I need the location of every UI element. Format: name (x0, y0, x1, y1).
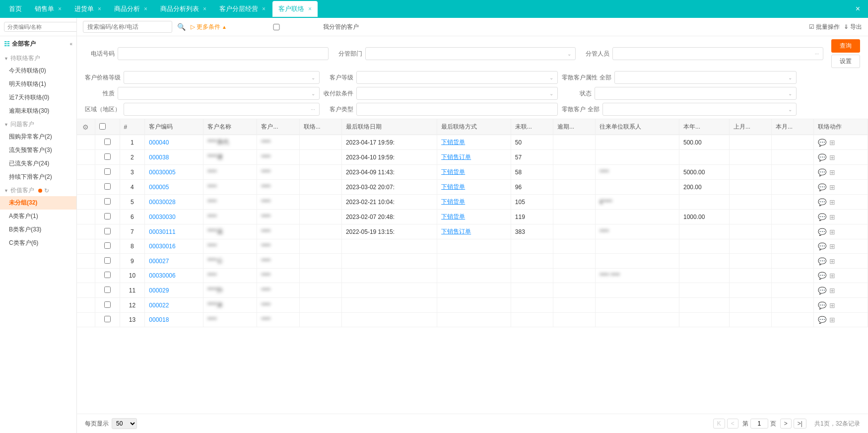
page-input[interactable] (750, 419, 768, 429)
message-icon[interactable]: 💬 (818, 198, 826, 206)
col-last-method-header[interactable]: 最后联络方式 (437, 119, 511, 135)
row-checkbox[interactable] (104, 257, 111, 264)
tab-close-icon[interactable]: × (262, 5, 266, 12)
row-code[interactable]: 000022 (145, 298, 203, 313)
filter-region-select[interactable]: ··· (124, 103, 320, 116)
grid-icon[interactable]: ⊞ (829, 153, 835, 161)
sidebar-item[interactable]: B类客户(33) (0, 223, 76, 236)
filter-price-level-select[interactable]: ⌄ (124, 71, 320, 84)
first-page-button[interactable]: K (713, 419, 725, 429)
row-code[interactable]: 000040 (145, 135, 203, 150)
sidebar-search-input[interactable] (4, 22, 77, 32)
row-code[interactable]: 000027 (145, 254, 203, 269)
grid-icon[interactable]: ⊞ (829, 242, 835, 250)
row-last-method[interactable] (437, 239, 511, 254)
sidebar-all-customers[interactable]: ☷ 全部客户 « (0, 36, 76, 52)
sidebar-group-价值客户[interactable]: ▼价值客户↻ (0, 184, 76, 196)
filter-person-select[interactable]: ··· (612, 47, 823, 60)
row-checkbox[interactable] (104, 168, 111, 175)
sidebar-item[interactable]: C类客户(6) (0, 236, 76, 250)
col-overdue-header[interactable]: 逾期... (553, 119, 596, 135)
row-code[interactable]: 00030006 (145, 269, 203, 283)
row-code[interactable]: 00030016 (145, 239, 203, 254)
next-page-button[interactable]: > (780, 419, 792, 429)
row-last-method[interactable]: 下销货单 (437, 180, 511, 195)
row-checkbox[interactable] (104, 153, 111, 160)
row-checkbox[interactable] (104, 183, 111, 190)
filter-cust-level-select[interactable]: ⌄ (356, 71, 558, 84)
grid-icon[interactable]: ⊞ (829, 272, 835, 280)
main-search-icon[interactable]: 🔍 (177, 23, 186, 31)
message-icon[interactable]: 💬 (818, 183, 826, 191)
row-last-method[interactable]: 下销货单 (437, 195, 511, 210)
sidebar-item[interactable]: 今天待联络(0) (0, 64, 76, 77)
filter-dept-select[interactable]: ⌄ (365, 47, 576, 60)
row-checkbox[interactable] (104, 139, 111, 145)
more-conditions-button[interactable]: ▷ 更多条件 ▲ (191, 23, 227, 31)
grid-icon[interactable]: ⊞ (829, 198, 835, 206)
query-button[interactable]: 查询 (831, 39, 860, 53)
row-last-method[interactable]: 下销货单 (437, 165, 511, 180)
col-last-date-header[interactable]: 最后联络日期 (341, 119, 437, 135)
col-partner-header[interactable]: 往来单位联系人 (596, 119, 679, 135)
sidebar-item[interactable]: 持续下滑客户(2) (0, 170, 76, 184)
nav-tab-客户分层经营[interactable]: 客户分层经营× (213, 1, 271, 17)
nav-home[interactable]: 首页 (4, 2, 27, 15)
sidebar-item[interactable]: 近7天待联络(0) (0, 91, 76, 104)
row-checkbox[interactable] (104, 228, 111, 234)
row-code[interactable]: 00030005 (145, 165, 203, 180)
sidebar-item[interactable]: 已流失客户(24) (0, 157, 76, 170)
grid-icon[interactable]: ⊞ (829, 287, 835, 294)
message-icon[interactable]: 💬 (818, 139, 826, 146)
row-checkbox[interactable] (104, 316, 111, 322)
row-code[interactable]: 000005 (145, 180, 203, 195)
message-icon[interactable]: 💬 (818, 287, 826, 294)
nav-tab-商品分析[interactable]: 商品分析× (108, 1, 153, 17)
row-last-method[interactable] (437, 313, 511, 327)
batch-ops-button[interactable]: ☑ 批量操作 (809, 23, 840, 31)
row-last-method[interactable]: 下销售订单 (437, 150, 511, 165)
row-last-method[interactable] (437, 298, 511, 313)
tab-close-icon[interactable]: × (98, 5, 101, 12)
prev-page-button[interactable]: < (727, 419, 738, 429)
message-icon[interactable]: 💬 (818, 228, 826, 236)
grid-icon[interactable]: ⊞ (829, 301, 835, 309)
row-last-method[interactable] (437, 283, 511, 298)
grid-icon[interactable]: ⊞ (829, 213, 835, 221)
sidebar-group-问题客户[interactable]: ▼问题客户 (0, 118, 76, 130)
per-page-select[interactable]: 50 20 100 (112, 418, 137, 429)
message-icon[interactable]: 💬 (818, 272, 826, 280)
reset-button[interactable]: 设置 (831, 55, 860, 68)
select-all-checkbox[interactable] (99, 123, 106, 130)
grid-icon[interactable]: ⊞ (829, 228, 835, 236)
row-checkbox[interactable] (104, 287, 111, 293)
grid-icon[interactable]: ⊞ (829, 168, 835, 176)
col-year-header[interactable]: 本年... (679, 119, 730, 135)
row-checkbox[interactable] (104, 213, 111, 219)
message-icon[interactable]: 💬 (818, 301, 826, 309)
row-code[interactable]: 000038 (145, 150, 203, 165)
sidebar-group-待联络客户[interactable]: ▼待联络客户 (0, 52, 76, 64)
message-icon[interactable]: 💬 (818, 153, 826, 161)
filter-scattered-attr-select[interactable]: ⌄ (614, 71, 797, 84)
row-last-method[interactable]: 下销售订单 (437, 224, 511, 239)
row-code[interactable]: 00030111 (145, 224, 203, 239)
row-code[interactable]: 000029 (145, 283, 203, 298)
filter-payment-select[interactable]: ⌄ (356, 87, 558, 100)
nav-tab-销售单[interactable]: 销售单× (29, 1, 67, 17)
row-checkbox[interactable] (104, 301, 111, 308)
message-icon[interactable]: 💬 (818, 213, 826, 221)
col-code-header[interactable]: 客户编码 (145, 119, 203, 135)
message-icon[interactable]: 💬 (818, 257, 826, 265)
col-contact-header[interactable]: 联络... (299, 119, 341, 135)
message-icon[interactable]: 💬 (818, 316, 826, 324)
filter-cust-type-input[interactable] (356, 103, 558, 116)
row-code[interactable]: 00030030 (145, 210, 203, 224)
my-customers-checkbox-label[interactable]: 我分管的客户 (232, 23, 359, 31)
tab-close-icon[interactable]: × (144, 5, 147, 12)
row-last-method[interactable] (437, 254, 511, 269)
grid-icon[interactable]: ⊞ (829, 139, 835, 146)
col-settings[interactable]: ⚙ (77, 119, 95, 135)
sidebar-item[interactable]: 囤购异常客户(2) (0, 130, 76, 144)
message-icon[interactable]: 💬 (818, 242, 826, 250)
